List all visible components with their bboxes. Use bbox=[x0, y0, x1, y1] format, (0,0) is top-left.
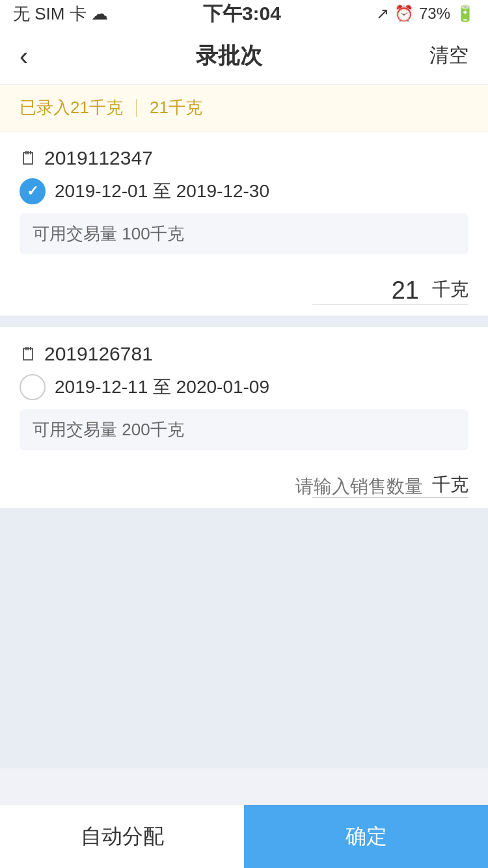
status-time: 下午3:04 bbox=[203, 1, 281, 27]
quantity-underline-2 bbox=[0, 497, 488, 508]
sim-status: 无 SIM 卡 ☁ bbox=[13, 3, 108, 25]
page-title: 录批次 bbox=[196, 41, 262, 71]
confirm-button[interactable]: 确定 bbox=[244, 805, 488, 868]
radio-1[interactable] bbox=[20, 178, 46, 204]
battery-icon: 🔋 bbox=[455, 5, 475, 23]
quantity-unit-1: 千克 bbox=[432, 277, 468, 305]
batch-id-row-1: 🗒 2019112347 bbox=[20, 147, 468, 169]
summary-amount: 21千克 bbox=[150, 96, 202, 119]
avail-box-1: 可用交易量 100千克 bbox=[20, 213, 468, 254]
batch-date-row-1[interactable]: 2019-12-01 至 2019-12-30 bbox=[20, 178, 468, 204]
quantity-value-area: 21 千克 bbox=[0, 270, 488, 305]
quantity-underline-1 bbox=[0, 305, 488, 316]
batch-id-row-2: 🗒 2019126781 bbox=[20, 343, 468, 365]
auto-distribute-button[interactable]: 自动分配 bbox=[0, 805, 244, 868]
gray-area bbox=[0, 508, 488, 768]
nav-bar: ‹ 录批次 清空 bbox=[0, 27, 488, 85]
clear-button[interactable]: 清空 bbox=[429, 42, 468, 69]
location-icon: ↗ bbox=[376, 5, 389, 23]
status-right: ↗ ⏰ 73% 🔋 bbox=[376, 5, 475, 23]
batch-id-2: 2019126781 bbox=[44, 343, 153, 365]
summary-banner: 已录入21千克 21千克 bbox=[0, 85, 488, 131]
card-divider bbox=[0, 316, 488, 327]
summary-divider bbox=[136, 99, 137, 117]
batch-date-1: 2019-12-01 至 2019-12-30 bbox=[55, 179, 269, 204]
batch-id-1: 2019112347 bbox=[44, 147, 153, 169]
batch-icon-2: 🗒 bbox=[20, 344, 38, 365]
avail-box-2: 可用交易量 200千克 bbox=[20, 409, 468, 450]
bottom-bar: 自动分配 确定 bbox=[0, 804, 488, 868]
radio-2[interactable] bbox=[20, 374, 46, 400]
quantity-number-1: 21 bbox=[392, 277, 419, 305]
battery-text: 73% bbox=[419, 5, 450, 23]
batch-date-2: 2019-12-11 至 2020-01-09 bbox=[55, 375, 269, 400]
batch-icon-1: 🗒 bbox=[20, 148, 38, 169]
status-left: 无 SIM 卡 ☁ bbox=[13, 3, 108, 25]
batch-card-1: 🗒 2019112347 2019-12-01 至 2019-12-30 可用交… bbox=[0, 131, 488, 316]
quantity-unit-2: 千克 bbox=[432, 472, 468, 497]
quantity-input-2[interactable] bbox=[20, 476, 423, 497]
quantity-input-area-2[interactable]: 千克 bbox=[0, 466, 488, 497]
summary-label: 已录入21千克 bbox=[20, 96, 123, 119]
back-button[interactable]: ‹ bbox=[20, 43, 28, 69]
batch-card-2: 🗒 2019126781 2019-12-11 至 2020-01-09 可用交… bbox=[0, 327, 488, 508]
alarm-icon: ⏰ bbox=[394, 5, 414, 23]
status-bar: 无 SIM 卡 ☁ 下午3:04 ↗ ⏰ 73% 🔋 bbox=[0, 0, 488, 27]
batch-date-row-2[interactable]: 2019-12-11 至 2020-01-09 bbox=[20, 374, 468, 400]
